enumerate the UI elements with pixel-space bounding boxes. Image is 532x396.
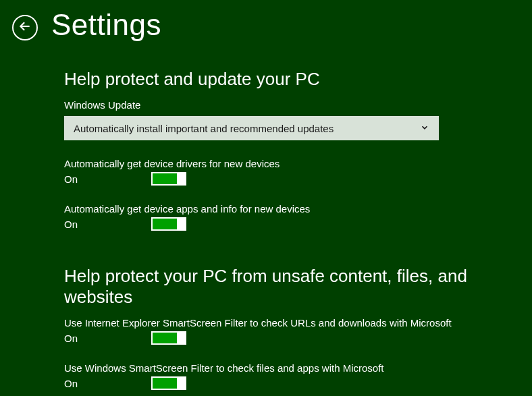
toggle-state-label: On [64,333,80,344]
setting-device-drivers: Automatically get device drivers for new… [64,158,532,186]
header: Settings [0,0,532,42]
toggle-thumb [177,219,185,229]
toggle-device-drivers[interactable] [151,172,186,186]
setting-ie-smartscreen: Use Internet Explorer SmartScreen Filter… [64,317,532,345]
section-update: Help protect and update your PC Windows … [64,69,532,231]
arrow-left-icon [18,20,32,36]
toggle-state-label: On [64,378,80,389]
content-area: Help protect and update your PC Windows … [0,42,532,390]
setting-desc: Automatically get device drivers for new… [64,158,532,169]
toggle-device-apps[interactable] [151,217,186,231]
chevron-down-icon [420,123,429,134]
setting-device-apps: Automatically get device apps and info f… [64,203,532,231]
page-title: Settings [51,8,161,42]
dropdown-selected-value: Automatically install important and reco… [74,123,334,134]
setting-desc: Use Internet Explorer SmartScreen Filter… [64,317,532,329]
toggle-windows-smartscreen[interactable] [151,376,186,390]
toggle-thumb [177,378,185,389]
setting-desc: Automatically get device apps and info f… [64,203,532,215]
toggle-thumb [177,333,185,343]
section-heading-protect: Help protect your PC from unsafe content… [64,266,532,308]
windows-update-dropdown[interactable]: Automatically install important and reco… [64,116,439,140]
toggle-state-label: On [64,219,80,230]
toggle-thumb [177,173,185,184]
windows-update-label: Windows Update [64,99,532,111]
setting-desc: Use Windows SmartScreen Filter to check … [64,362,532,374]
section-heading-update: Help protect and update your PC [64,69,532,90]
toggle-ie-smartscreen[interactable] [151,331,186,345]
toggle-state-label: On [64,173,80,185]
back-button[interactable] [12,15,38,40]
section-protect: Help protect your PC from unsafe content… [64,266,532,390]
setting-windows-smartscreen: Use Windows SmartScreen Filter to check … [64,362,532,390]
